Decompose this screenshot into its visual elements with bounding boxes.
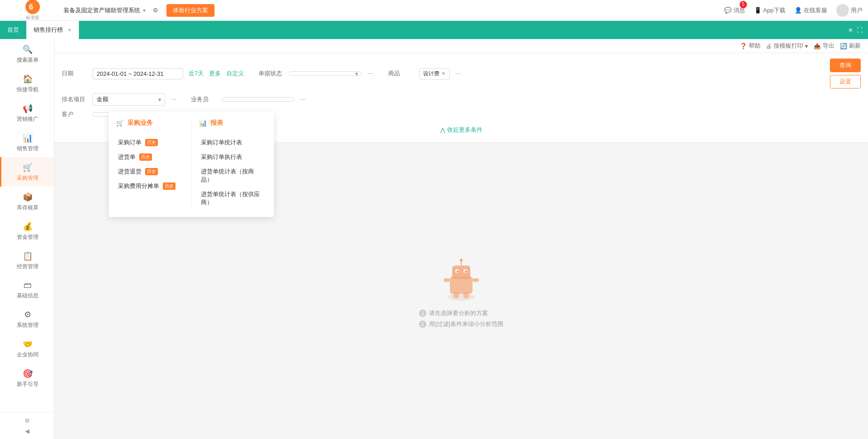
- logo-subtext: 标准版: [26, 15, 39, 21]
- system-name: 装备及固定资产辅助管理系统: [63, 6, 140, 15]
- sidebar-item-quick[interactable]: 🏠 快捷导航: [0, 69, 54, 98]
- sidebar-item-newbie[interactable]: 🎯 新手引导: [0, 363, 54, 393]
- sidebar-item-enterprise[interactable]: 🤝 企业协同: [0, 334, 54, 363]
- basic-icon: 🗃: [24, 281, 32, 290]
- sidebar-item-inventory[interactable]: 📦 库存核算: [0, 187, 54, 216]
- purchase-icon: 🛒: [23, 163, 33, 173]
- app-download-item[interactable]: 📱 App下载: [754, 6, 785, 15]
- logo-area: 6 标准版: [5, 0, 60, 21]
- sidebar-settings-icon[interactable]: ⚙: [24, 417, 30, 424]
- svg-text:6: 6: [29, 3, 33, 11]
- main-content: ❓ 帮助 🖨 按模板打印 ▾ 📤 导出 🔄 刷新 日期: [54, 39, 868, 439]
- sidebar-item-quick-label: 快捷导航: [17, 86, 39, 94]
- tab-home-label: 首页: [7, 26, 19, 34]
- dropdown-item-inbound-return[interactable]: 进货退货 历史: [116, 164, 184, 179]
- sidebar-item-marketing[interactable]: 📢 营销推广: [0, 98, 54, 128]
- inbound-hist-tag: 历史: [139, 153, 152, 161]
- industry-btn[interactable]: 体验行业方案: [166, 4, 215, 17]
- online-service-item[interactable]: 👤 在线客服: [795, 6, 827, 15]
- sidebar-item-basic[interactable]: 🗃 基础信息: [0, 275, 54, 304]
- inbound-return-hist-tag: 历史: [145, 168, 158, 175]
- sidebar-item-purchase-label: 采购管理: [17, 174, 39, 182]
- sidebar-item-operations-label: 经营管理: [17, 263, 39, 271]
- system-chevron-icon[interactable]: ▾: [143, 7, 146, 14]
- dropdown-item-inbound-stat-supplier[interactable]: 进货单统计表（按供应商）: [199, 187, 267, 210]
- sidebar-item-basic-label: 基础信息: [17, 292, 39, 300]
- main-layout: 🔍 搜索菜单 🏠 快捷导航 📢 营销推广 📊 销售管理 🛒 采购管理 📦 库存核…: [0, 39, 868, 439]
- newbie-icon: 🎯: [23, 369, 33, 379]
- operations-icon: 📋: [23, 251, 33, 261]
- marketing-icon: 📢: [23, 104, 33, 113]
- sidebar-item-sales-label: 销售管理: [17, 145, 39, 153]
- inbound-stat-supplier-label: 进货单统计表（按供应商）: [201, 190, 265, 207]
- dropdown-item-purchase-expense[interactable]: 采购费用分摊单 历史: [116, 179, 184, 193]
- tabbar-actions: ✕ ⛶: [848, 27, 868, 34]
- tab-close-icon[interactable]: ✕: [68, 27, 72, 33]
- sidebar-item-newbie-label: 新手引导: [17, 380, 39, 388]
- dropdown-report-header: 📊 报表: [199, 119, 267, 130]
- sidebar-collapse-icon[interactable]: ◀: [25, 428, 29, 434]
- purchase-order-hist-tag: 历史: [145, 139, 158, 146]
- dropdown-item-inbound-stat-product[interactable]: 进货单统计表（按商品）: [199, 164, 267, 187]
- dropdown-item-inbound[interactable]: 进货单 历史: [116, 150, 184, 164]
- tab-sales-ranking[interactable]: 销售排行榜 ✕: [26, 21, 79, 39]
- search-icon: 🔍: [23, 44, 33, 54]
- finance-icon: 💰: [23, 222, 33, 232]
- inbound-return-label: 进货退货: [118, 168, 141, 176]
- inventory-icon: 📦: [23, 192, 33, 202]
- sidebar-item-enterprise-label: 企业协同: [17, 351, 39, 359]
- sales-icon: 📊: [23, 133, 33, 143]
- sidebar-item-search-label: 搜索菜单: [17, 56, 39, 64]
- sidebar-item-marketing-label: 营销推广: [17, 115, 39, 123]
- sidebar-item-operations[interactable]: 📋 经营管理: [0, 246, 54, 275]
- dropdown-overlay[interactable]: [54, 39, 868, 439]
- dropdown-purchase-col: 🛒 采购业务 采购订单 历史 进货单 历史 进货退货 历史 采购费用分摊单: [109, 119, 191, 210]
- report-header-icon: 📊: [199, 119, 207, 127]
- sidebar-item-inventory-label: 库存核算: [17, 204, 39, 212]
- tab-home[interactable]: 首页: [0, 21, 26, 39]
- logo-icon: 6: [25, 0, 40, 14]
- app-download-label: App下载: [763, 6, 785, 15]
- app-download-icon: 📱: [754, 7, 761, 14]
- message-icon: 💬: [724, 7, 731, 14]
- sidebar-item-sales[interactable]: 📊 销售管理: [0, 128, 54, 157]
- purchase-header-icon: 🛒: [116, 119, 124, 127]
- sidebar-item-system[interactable]: ⚙ 系统管理: [0, 304, 54, 334]
- purchase-order-exec-label: 采购订单执行表: [201, 153, 242, 161]
- online-service-label: 在线客服: [804, 6, 827, 15]
- dropdown-item-purchase-order-exec[interactable]: 采购订单执行表: [199, 150, 267, 164]
- settings-icon[interactable]: ⚙: [149, 4, 162, 17]
- inbound-stat-product-label: 进货单统计表（按商品）: [201, 168, 265, 184]
- sidebar-item-finance-label: 资金管理: [17, 233, 39, 241]
- avatar: [836, 4, 849, 17]
- user-label: 用户: [851, 6, 863, 15]
- sidebar-item-purchase[interactable]: 🛒 采购管理: [0, 157, 54, 187]
- purchase-order-label: 采购订单: [118, 138, 141, 147]
- sidebar-item-finance[interactable]: 💰 资金管理: [0, 216, 54, 246]
- purchase-expense-hist-tag: 历史: [163, 183, 176, 190]
- dropdown-purchase-header: 🛒 采购业务: [116, 119, 184, 130]
- dropdown-menu: 🛒 采购业务 采购订单 历史 进货单 历史 进货退货 历史 采购费用分摊单: [109, 112, 274, 217]
- message-badge: 5: [740, 1, 747, 8]
- enterprise-icon: 🤝: [23, 339, 33, 349]
- home-icon: 🏠: [23, 74, 33, 84]
- message-item[interactable]: 💬 消息 5: [724, 6, 745, 15]
- system-icon: ⚙: [24, 310, 31, 320]
- report-header-label: 报表: [210, 119, 223, 127]
- dropdown-item-purchase-order-stat[interactable]: 采购订单统计表: [199, 135, 267, 150]
- tab-expand-icon[interactable]: ⛶: [857, 27, 863, 34]
- sidebar-item-search[interactable]: 🔍 搜索菜单: [0, 39, 54, 69]
- tab-close-all-icon[interactable]: ✕: [848, 27, 853, 34]
- purchase-order-stat-label: 采购订单统计表: [201, 138, 242, 147]
- tab-sales-ranking-label: 销售排行榜: [34, 26, 63, 34]
- user-item[interactable]: 用户: [836, 4, 863, 17]
- sidebar-item-system-label: 系统管理: [17, 321, 39, 329]
- dropdown-item-purchase-order[interactable]: 采购订单 历史: [116, 135, 184, 150]
- dropdown-report-col: 📊 报表 采购订单统计表 采购订单执行表 进货单统计表（按商品） 进货单统计表（…: [191, 119, 274, 210]
- system-name-area: 装备及固定资产辅助管理系统 ▾: [63, 6, 146, 15]
- topbar: 6 标准版 装备及固定资产辅助管理系统 ▾ ⚙ 体验行业方案 💬 消息 5 📱 …: [0, 0, 868, 21]
- inbound-label: 进货单: [118, 153, 136, 161]
- sidebar: 🔍 搜索菜单 🏠 快捷导航 📢 营销推广 📊 销售管理 🛒 采购管理 📦 库存核…: [0, 39, 54, 439]
- topbar-right: 💬 消息 5 📱 App下载 👤 在线客服 用户: [724, 4, 863, 17]
- online-service-icon: 👤: [795, 7, 802, 14]
